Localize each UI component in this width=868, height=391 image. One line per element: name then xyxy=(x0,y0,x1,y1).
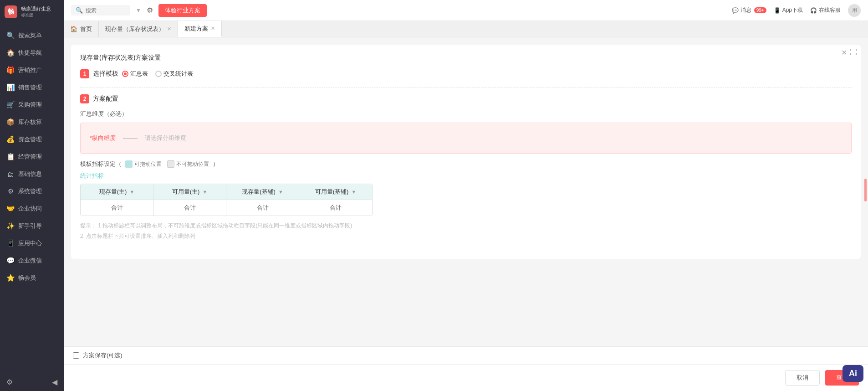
tab-home[interactable]: 🏠 首页 xyxy=(64,21,99,37)
main-area: 🔍 ▼ ⚙ 体验行业方案 💬 消息 99+ 📱 App下载 🎧 在线客服 用 xyxy=(64,0,868,391)
ai-button[interactable]: Ai xyxy=(842,365,863,382)
tab-new-plan-label: 新建方案 xyxy=(184,25,208,33)
sidebar-item-operations[interactable]: 📋 经营管理 xyxy=(0,148,64,165)
sidebar-label-member: 畅会员 xyxy=(18,274,36,282)
non-draggable-legend: 不可拖动位置 xyxy=(167,160,209,168)
user-avatar[interactable]: 用 xyxy=(848,4,861,17)
section2-num: 2 xyxy=(80,94,89,103)
section-template: 1 选择模板 汇总表 交叉统计表 xyxy=(80,69,852,78)
sidebar-item-purchase[interactable]: 🛒 采购管理 xyxy=(0,96,64,113)
section-config: 2 方案配置 汇总维度（必选） *纵向维度 —— 请选择分组维度 模板指标设定（ xyxy=(80,94,852,241)
table-header-row: 现存量(主) ▼ 可用量(主) ▼ 现存量(基辅) ▼ xyxy=(81,184,372,200)
sidebar-item-quick-nav[interactable]: 🏠 快捷导航 xyxy=(0,44,64,62)
dim-placeholder: 请选择分组维度 xyxy=(145,134,186,142)
sidebar-label-wechat: 企业微信 xyxy=(18,257,42,265)
section1-label: 选择模板 xyxy=(93,70,118,78)
app-icon: 📱 xyxy=(774,7,781,14)
sidebar: 畅 畅康通好生意 标准版 🔍 搜索菜单 🏠 快捷导航 🎁 营销推广 📊 销售管理… xyxy=(0,0,64,391)
scroll-indicator xyxy=(864,179,867,201)
contract-icon: 🤝 xyxy=(6,205,15,213)
sidebar-label-new-guide: 新手引导 xyxy=(18,222,42,230)
dim-required: *纵向维度 xyxy=(90,134,116,142)
th-col2-chevron[interactable]: ▼ xyxy=(202,189,207,195)
sidebar-item-contract[interactable]: 🤝 企业协同 xyxy=(0,200,64,217)
section1-header: 1 选择模板 汇总表 交叉统计表 xyxy=(80,69,852,78)
radio-summary[interactable]: 汇总表 xyxy=(122,70,148,78)
sidebar-label-finance: 资金管理 xyxy=(18,135,42,144)
save-checkbox[interactable] xyxy=(73,352,79,359)
sidebar-item-inventory[interactable]: 📦 库存核算 xyxy=(0,113,64,131)
message-label: 消息 xyxy=(740,6,751,14)
th-col4-chevron[interactable]: ▼ xyxy=(351,189,356,195)
tab-inventory[interactable]: 现存量（库存状况表） ✕ xyxy=(99,21,178,37)
radio-cross[interactable]: 交叉统计表 xyxy=(155,70,193,78)
content-area: ✕ ⛶ 现存量(库存状况表)方案设置 1 选择模板 汇总表 xyxy=(64,37,868,346)
th-col1-label: 现存量(主) xyxy=(99,188,127,196)
sidebar-item-member[interactable]: ⭐ 畅会员 xyxy=(0,269,64,287)
sidebar-nav: 🔍 搜索菜单 🏠 快捷导航 🎁 营销推广 📊 销售管理 🛒 采购管理 📦 库存核… xyxy=(0,24,64,373)
sidebar-label-search-menu: 搜索菜单 xyxy=(18,31,42,40)
sidebar-label-inventory: 库存核算 xyxy=(18,118,42,126)
marketing-icon: 🎁 xyxy=(6,66,15,74)
collapse-icon[interactable]: ◀ xyxy=(52,378,57,386)
non-draggable-box xyxy=(167,160,174,168)
tip2: 2. 点击标题栏下拉可设置排序、插入列和删除列 xyxy=(80,232,852,241)
search-menu-icon: 🔍 xyxy=(6,31,15,40)
app-label: App下载 xyxy=(782,6,803,14)
app-center-icon: 📱 xyxy=(6,239,15,247)
dim-area: *纵向维度 —— 请选择分组维度 xyxy=(80,123,852,154)
app-name: 畅康通好生意 xyxy=(21,5,51,12)
tab-inventory-close[interactable]: ✕ xyxy=(167,26,171,32)
th-col1: 现存量(主) ▼ xyxy=(81,184,153,200)
search-input[interactable] xyxy=(86,7,127,14)
sidebar-label-basic-info: 基础信息 xyxy=(18,170,42,178)
wechat-icon: 💬 xyxy=(6,257,15,265)
sidebar-footer: ⚙ ◀ xyxy=(0,373,64,391)
topbar: 🔍 ▼ ⚙ 体验行业方案 💬 消息 99+ 📱 App下载 🎧 在线客服 用 xyxy=(64,0,868,21)
home-icon: 🏠 xyxy=(70,26,77,32)
tab-new-plan-close[interactable]: ✕ xyxy=(211,26,215,31)
tab-new-plan[interactable]: 新建方案 ✕ xyxy=(178,21,222,37)
sidebar-item-finance[interactable]: 💰 资金管理 xyxy=(0,131,64,148)
sidebar-item-search-menu[interactable]: 🔍 搜索菜单 xyxy=(0,27,64,44)
indicator-legend: 可拖动位置 不可拖动位置 xyxy=(125,160,209,168)
sidebar-item-new-guide[interactable]: ✨ 新手引导 xyxy=(0,217,64,235)
search-dropdown-icon[interactable]: ▼ xyxy=(136,7,141,14)
non-draggable-label: 不可拖动位置 xyxy=(176,160,209,168)
trial-btn[interactable]: 体验行业方案 xyxy=(158,4,207,17)
panel-expand-icon[interactable]: ⛶ xyxy=(850,48,857,57)
sidebar-label-app-center: 应用中心 xyxy=(18,239,42,247)
radio-summary-label: 汇总表 xyxy=(130,70,148,78)
indicator-table: 现存量(主) ▼ 可用量(主) ▼ 现存量(基辅) ▼ xyxy=(80,184,373,216)
ai-label: Ai xyxy=(849,369,857,378)
quick-nav-icon: 🏠 xyxy=(6,49,15,57)
topbar-gear-icon[interactable]: ⚙ xyxy=(147,6,153,15)
app-logo: 畅 畅康通好生意 标准版 xyxy=(0,0,64,24)
sidebar-item-system[interactable]: ⚙ 系统管理 xyxy=(0,183,64,200)
sidebar-label-purchase: 采购管理 xyxy=(18,101,42,109)
operations-icon: 📋 xyxy=(6,153,15,161)
th-col1-chevron[interactable]: ▼ xyxy=(129,189,134,195)
sidebar-item-wechat[interactable]: 💬 企业微信 xyxy=(0,252,64,269)
draggable-legend: 可拖动位置 xyxy=(125,160,162,168)
search-box[interactable]: 🔍 xyxy=(71,5,130,15)
save-label: 方案保存(可选) xyxy=(83,351,123,360)
panel-close-icon[interactable]: ✕ xyxy=(841,48,847,57)
th-col4-label: 可用量(基辅) xyxy=(315,188,349,196)
message-btn[interactable]: 💬 消息 99+ xyxy=(732,6,766,14)
td-col4: 合计 xyxy=(299,200,372,216)
member-icon: ⭐ xyxy=(6,274,15,282)
indicator-close: ） xyxy=(213,160,219,168)
cancel-button[interactable]: 取消 xyxy=(785,370,820,386)
service-btn[interactable]: 🎧 在线客服 xyxy=(810,6,841,14)
th-col3-chevron[interactable]: ▼ xyxy=(278,189,283,195)
app-download-btn[interactable]: 📱 App下载 xyxy=(774,6,803,14)
settings-icon[interactable]: ⚙ xyxy=(6,378,13,386)
tab-home-label: 首页 xyxy=(80,25,92,33)
service-label: 在线客服 xyxy=(819,6,841,14)
template-radio-group: 汇总表 交叉统计表 xyxy=(122,70,193,78)
sidebar-item-app-center[interactable]: 📱 应用中心 xyxy=(0,235,64,252)
sidebar-item-marketing[interactable]: 🎁 营销推广 xyxy=(0,62,64,79)
sidebar-item-basic-info[interactable]: 🗂 基础信息 xyxy=(0,165,64,183)
sidebar-item-sales[interactable]: 📊 销售管理 xyxy=(0,79,64,96)
